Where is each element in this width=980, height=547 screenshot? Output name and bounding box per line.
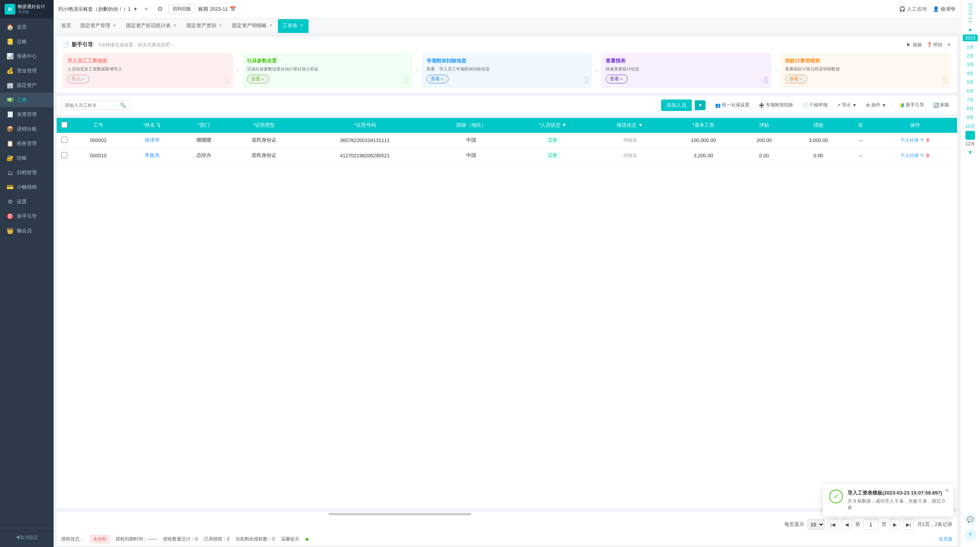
refresh-btn[interactable]: 🔄 刷新	[930, 100, 952, 110]
cancel-fixed-btn[interactable]: ◀取消固定	[0, 531, 54, 544]
search-input[interactable]	[65, 103, 118, 108]
name-link[interactable]: 徐泽华	[145, 137, 160, 143]
select-all-checkbox[interactable]	[61, 122, 67, 128]
step-btn-2[interactable]: 设置＞	[247, 75, 269, 83]
social-insurance-btn[interactable]: 👥 统一社保设置	[712, 100, 753, 110]
tab-close-btn[interactable]: ✕	[268, 23, 273, 28]
delete-link[interactable]: 🗑	[926, 137, 930, 143]
col-status: *人员状态 ▼	[513, 118, 593, 133]
add-person-btn[interactable]: 添加人员	[661, 100, 692, 111]
rp-down-btn[interactable]: ▼	[965, 149, 976, 156]
rp-month-9[interactable]: 9月	[965, 113, 975, 122]
add-person-dropdown-btn[interactable]: ▼	[695, 100, 706, 110]
rp-month-11[interactable]: 11月	[965, 131, 975, 140]
rp-month-10[interactable]: 10月	[965, 122, 975, 131]
guide-steps: 导入员工工资信息 人员信息及工资数据新增导入 导入＞ 1 › 社保参数设置 完成…	[63, 53, 951, 88]
tab-label: 固定资产明细账	[232, 22, 267, 29]
help-btn[interactable]: ❓ 帮助	[926, 42, 942, 48]
row-checkbox-1[interactable]	[61, 152, 67, 158]
special-deduction-btn[interactable]: ➕ 专项附加扣除	[756, 100, 796, 110]
edit-link[interactable]: ✎	[920, 137, 924, 143]
per-page-select[interactable]: 10	[807, 519, 825, 530]
newguide-btn[interactable]: 🔰 新手引导	[896, 100, 927, 110]
rp-month-7[interactable]: 7月	[965, 96, 975, 105]
sidebar-item-tax[interactable]: 📋税务管理	[0, 136, 54, 151]
tab-工资表[interactable]: 工资表✕	[278, 19, 309, 33]
sidebar-item-fixed[interactable]: 🏢固定资产	[0, 78, 54, 93]
tab-close-btn[interactable]: ✕	[299, 23, 304, 28]
tab-close-btn[interactable]: ✕	[172, 23, 177, 28]
sidebar-item-settings[interactable]: ⚙设置	[0, 194, 54, 209]
renew-link[interactable]: 去充值	[939, 536, 952, 542]
step-btn-4[interactable]: 查看＞	[606, 75, 628, 83]
rp-month-3[interactable]: 3月	[965, 60, 975, 69]
step-btn-3[interactable]: 查看＞	[426, 75, 449, 83]
toolbar: 🔍 添加人员 ▼ 👥 统一社保设置 ➕ 专项附加扣除 📄 个税申报	[57, 96, 957, 115]
account-dropdown-icon[interactable]: ▼	[133, 6, 138, 12]
switch-version-btn[interactable]: 切到旧版	[168, 4, 195, 14]
row-checkbox-0[interactable]	[61, 137, 67, 143]
tab-close-btn[interactable]: ✕	[218, 23, 223, 28]
video-btn[interactable]: ▶ 视频	[906, 42, 921, 48]
rp-month-12[interactable]: 12月	[965, 140, 975, 149]
rp-month-6[interactable]: 6月	[965, 87, 975, 96]
sidebar-item-guide[interactable]: 🎯新手引导	[0, 209, 54, 224]
social-insurance-link[interactable]: 个人社保	[900, 152, 919, 159]
rp-month-5[interactable]: 5月	[965, 78, 975, 87]
page-input[interactable]	[863, 519, 879, 530]
guide-step-3: 专项附加扣除信息 查看、导入员工专项附加扣除信息 查看＞ 3	[422, 53, 592, 88]
tab-首页[interactable]: 首页	[57, 19, 76, 33]
rp-month-8[interactable]: 8月	[965, 105, 975, 113]
sidebar-item-reports[interactable]: 📊报表中心	[0, 49, 54, 64]
export-btn[interactable]: ↗ 导出 ▼	[834, 100, 860, 110]
tax-report-btn[interactable]: 📄 个税申报	[799, 100, 831, 110]
social-insurance-link[interactable]: 个人社保	[900, 137, 919, 144]
export-dropdown-icon: ▼	[852, 103, 857, 108]
guide-close-btn[interactable]: ✕	[947, 42, 951, 47]
sidebar-item-expense[interactable]: 💳小畅报销	[0, 180, 54, 194]
account-selector[interactable]: 刘小艳演示账套（勿删勿动！）1 ▼	[58, 6, 138, 13]
operate-btn[interactable]: ⚙ 操作 ▼	[863, 100, 889, 110]
step-desc-2: 完成社保参数设置自动计算社保公积金	[247, 66, 408, 72]
sidebar-item-ledger[interactable]: 📒总账	[0, 34, 54, 49]
last-page-btn[interactable]: ▶|	[903, 519, 914, 530]
tab-固定资产类别[interactable]: 固定资产类别✕	[182, 19, 227, 33]
tab-固定资产折旧统计表[interactable]: 固定资产折旧统计表✕	[121, 19, 182, 33]
rp-month-2[interactable]: 2月	[965, 52, 975, 60]
sidebar-item-salary[interactable]: 💵工资	[0, 93, 54, 107]
tab-固定资产明细账[interactable]: 固定资产明细账✕	[227, 19, 278, 33]
calendar-icon[interactable]: 📅	[230, 6, 236, 12]
sidebar-item-home[interactable]: 🏠首页	[0, 20, 54, 34]
step-btn-1[interactable]: 导入＞	[67, 75, 90, 83]
name-link[interactable]: 李俊杰	[145, 152, 160, 158]
add-account-btn[interactable]: ＋	[141, 4, 152, 15]
prev-page-btn[interactable]: ◀	[841, 519, 852, 530]
sidebar-item-inventory[interactable]: 📦进销台账	[0, 122, 54, 136]
settings-btn[interactable]: ⚙	[155, 4, 165, 15]
tab-固定资产管理[interactable]: 固定资产管理✕	[76, 19, 121, 33]
service-btn[interactable]: 🎧 人工咨询	[899, 6, 927, 13]
sidebar-label-ledger: 总账	[17, 38, 27, 45]
guide-subtitle: 5步快速完成设置，快去完善信息吧～	[98, 42, 175, 48]
col-name: *姓名 ⇅	[125, 118, 180, 133]
edit-link[interactable]: ✎	[920, 153, 924, 158]
sidebar-item-member[interactable]: 👑畅会员	[0, 224, 54, 238]
rp-help-btn[interactable]: ?	[964, 529, 977, 541]
horizontal-scrollbar[interactable]	[57, 511, 957, 516]
total-auth-label: 授权数量总计：0	[163, 536, 198, 542]
sidebar-item-finance[interactable]: 💰资金管理	[0, 64, 54, 78]
rp-up-btn[interactable]: ▲	[965, 25, 976, 33]
rp-month-4[interactable]: 4月	[965, 69, 975, 78]
delete-link[interactable]: 🗑	[926, 153, 930, 158]
step-btn-5[interactable]: 查看＞	[785, 75, 807, 83]
rp-chat-btn[interactable]: 💬	[964, 513, 977, 526]
first-page-btn[interactable]: |◀	[828, 519, 838, 530]
sidebar-item-invoice[interactable]: 🧾发票管理	[0, 107, 54, 122]
sidebar-item-close[interactable]: 🔐结账	[0, 151, 54, 165]
sidebar-item-archive[interactable]: 🗂归档管理	[0, 165, 54, 180]
rp-month-1[interactable]: 1月	[965, 43, 975, 52]
toast-close-btn[interactable]: ✕	[945, 487, 949, 493]
tab-close-btn[interactable]: ✕	[112, 23, 117, 28]
cell-name: 徐泽华	[125, 133, 180, 148]
next-page-btn[interactable]: ▶	[890, 519, 900, 530]
